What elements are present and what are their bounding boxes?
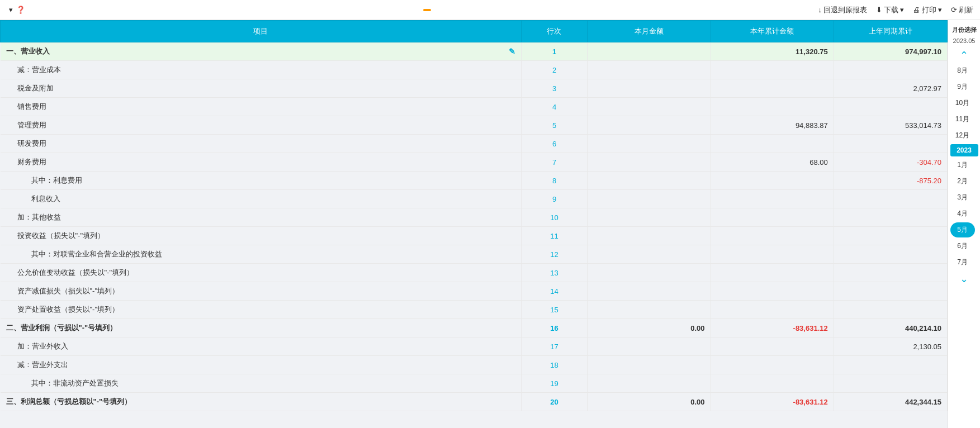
month-item[interactable]: 11月	[950, 112, 975, 127]
cell-item: 二、营业利润（亏损以"-"号填列）	[1, 319, 522, 337]
item-label: 加：其他收益	[17, 213, 61, 221]
cell-rownum: 4	[521, 98, 588, 116]
year-display: 2023.05	[953, 37, 976, 44]
cell-month	[588, 172, 711, 190]
cell-prev	[834, 135, 947, 153]
item-label: 资产减值损失（损失以"-"填列）	[17, 287, 120, 295]
cell-month	[588, 61, 711, 79]
cell-item: 加：其他收益	[1, 208, 522, 227]
cell-rownum[interactable]: 14	[521, 282, 588, 301]
edit-icon[interactable]: ✎	[509, 47, 515, 56]
item-label: 公允价值变动收益（损失以"-"填列）	[17, 268, 134, 277]
cell-rownum[interactable]: 15	[521, 301, 588, 319]
cell-month	[588, 245, 711, 264]
cell-month	[588, 190, 711, 208]
cell-rownum: 1	[521, 42, 588, 61]
cell-prev: 2,130.05	[834, 337, 947, 356]
cell-year	[711, 61, 834, 79]
item-label: 减：营业外支出	[17, 360, 68, 369]
table-row: 财务费用768.00-304.70	[1, 153, 948, 172]
cell-item: 加：营业外收入	[1, 337, 522, 356]
col-year: 本年累计金额	[711, 21, 834, 42]
cell-item: 研发费用	[1, 135, 522, 153]
item-label: 研发费用	[17, 139, 46, 148]
cell-item: 一、营业收入✎	[1, 42, 522, 61]
cell-rownum: 16	[521, 319, 588, 337]
item-label: 利息收入	[31, 194, 60, 203]
cell-rownum: 5	[521, 116, 588, 135]
table-row: 二、营业利润（亏损以"-"号填列）160.00-83,631.12440,214…	[1, 319, 948, 337]
cell-prev	[834, 374, 947, 393]
table-row: 减：营业外支出18	[1, 356, 948, 374]
month-item[interactable]: 2月	[950, 174, 975, 189]
cell-prev	[834, 245, 947, 264]
cell-prev	[834, 264, 947, 282]
top-bar: ▾ ❓ ↓ 回退到原报表 ⬇ 下载 ▾ 🖨 打印 ▾ ⟳ 刷新	[0, 0, 980, 20]
month-item[interactable]: 12月	[950, 128, 975, 143]
help-icon[interactable]: ❓	[16, 6, 25, 14]
table-row: 其中：利息费用8-875.20	[1, 172, 948, 190]
cell-prev	[834, 98, 947, 116]
cell-month	[588, 116, 711, 135]
month-item[interactable]: 9月	[950, 79, 975, 94]
month-item[interactable]: 4月	[950, 206, 975, 221]
month-list: 8月9月10月11月12月20231月2月3月4月5月6月7月	[950, 63, 978, 271]
download-label: 下载	[884, 5, 898, 15]
table-row: 公允价值变动收益（损失以"-"填列）13	[1, 264, 948, 282]
refresh-button[interactable]: ⟳ 刷新	[951, 5, 973, 15]
table-row: 管理费用594,883.87533,014.73	[1, 116, 948, 135]
cell-year	[711, 337, 834, 356]
cell-rownum[interactable]: 10	[521, 208, 588, 227]
month-item[interactable]: 7月	[950, 255, 975, 270]
cell-month	[588, 337, 711, 356]
year-badge[interactable]: 2023	[950, 144, 978, 156]
table-row: 其中：对联营企业和合营企业的投资收益12	[1, 245, 948, 264]
cell-item: 投资收益（损失以"-"填列）	[1, 227, 522, 245]
month-up-arrow[interactable]: ⌃	[958, 47, 970, 63]
cell-year	[711, 172, 834, 190]
month-item[interactable]: 1月	[950, 158, 975, 173]
cell-prev	[834, 282, 947, 301]
col-item: 项目	[1, 21, 522, 42]
month-item[interactable]: 8月	[950, 63, 975, 78]
table-row: 一、营业收入✎111,320.75974,997.10	[1, 42, 948, 61]
download-arrow-icon: ▾	[900, 6, 904, 14]
month-item[interactable]: 10月	[950, 96, 975, 111]
item-label: 三、利润总额（亏损总额以"-"号填列）	[6, 397, 132, 406]
download-button[interactable]: ⬇ 下载 ▾	[876, 5, 904, 15]
cell-month	[588, 135, 711, 153]
table-row: 销售费用4	[1, 98, 948, 116]
cell-year	[711, 374, 834, 393]
item-label: 加：营业外收入	[17, 342, 68, 350]
cell-month	[588, 356, 711, 374]
cell-month	[588, 42, 711, 61]
cell-rownum: 3	[521, 79, 588, 98]
print-button[interactable]: 🖨 打印 ▾	[913, 5, 942, 15]
cell-rownum: 8	[521, 172, 588, 190]
cell-year	[711, 135, 834, 153]
month-item[interactable]: 5月	[950, 222, 975, 237]
cell-item: 三、利润总额（亏损总额以"-"号填列）	[1, 393, 522, 411]
month-item[interactable]: 3月	[950, 190, 975, 205]
cell-rownum: 12	[521, 245, 588, 264]
cell-rownum[interactable]: 13	[521, 264, 588, 282]
item-label: 其中：利息费用	[31, 176, 82, 184]
cell-year: 94,883.87	[711, 116, 834, 135]
cell-year	[711, 98, 834, 116]
cell-rownum: 20	[521, 393, 588, 411]
month-down-arrow[interactable]: ⌄	[958, 271, 970, 287]
cell-prev	[834, 190, 947, 208]
month-item[interactable]: 6月	[950, 239, 975, 254]
scope-dropdown[interactable]: ▾	[7, 6, 13, 14]
cell-month	[588, 374, 711, 393]
cell-rownum[interactable]: 11	[521, 227, 588, 245]
cell-month	[588, 208, 711, 227]
cell-year	[711, 208, 834, 227]
cell-rownum: 19	[521, 374, 588, 393]
cell-prev: 974,997.10	[834, 42, 947, 61]
cell-item: 资产减值损失（损失以"-"填列）	[1, 282, 522, 301]
back-button[interactable]: ↓ 回退到原报表	[818, 5, 868, 15]
cell-year: 68.00	[711, 153, 834, 172]
table-row: 税金及附加32,072.97	[1, 79, 948, 98]
table-row: 加：其他收益10	[1, 208, 948, 227]
